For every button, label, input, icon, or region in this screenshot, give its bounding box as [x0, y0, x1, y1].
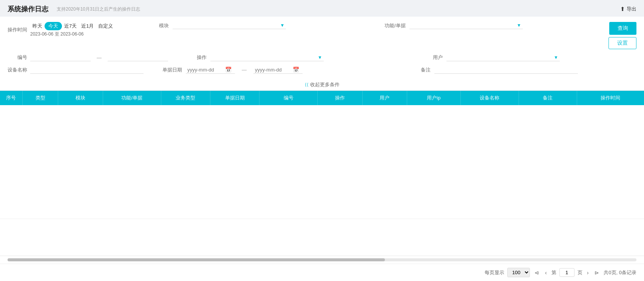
col-device: 设备名称	[460, 91, 519, 105]
filter-row-3: 设备名称 单据日期 📅 — 📅 备注	[0, 61, 644, 79]
table-header: 序号 类型 模块 功能/单据 业务类型 单据日期 编号 操作 用户 用户ip 设…	[0, 91, 644, 105]
code-label: 编号	[8, 54, 27, 61]
pagination-area: 每页显示 100 50 200 ⊲ ‹ 第 页 › ⊳ 共0页, 0条记录	[0, 264, 644, 281]
time-btn-yesterday[interactable]: 昨天	[30, 22, 45, 30]
per-page-select[interactable]: 100 50 200	[507, 268, 530, 277]
table-container: 序号 类型 模块 功能/单据 业务类型 单据日期 编号 操作 用户 用户ip 设…	[0, 91, 644, 256]
col-func: 功能/单据	[103, 91, 161, 105]
page-number-input[interactable]	[559, 268, 575, 277]
page-last-button[interactable]: ⊳	[593, 269, 601, 276]
remark-input[interactable]	[434, 66, 578, 74]
header-left: 系统操作日志 支持2020年10月31日之后产生的操作日志	[8, 5, 140, 14]
filter-row-2: 编号 — 操作 ▼ 用户 ▼	[0, 49, 644, 61]
page-header: 系统操作日志 支持2020年10月31日之后产生的操作日志 ⬆ 导出	[0, 0, 644, 17]
time-label: 操作时间	[8, 26, 27, 33]
operation-label: 操作	[187, 54, 207, 61]
calendar-to-icon[interactable]: 📅	[293, 67, 299, 73]
func-dropdown[interactable]: ▼	[409, 22, 523, 29]
user-filter: 用户 ▼	[423, 54, 636, 61]
query-button[interactable]: 查询	[609, 22, 636, 35]
operation-arrow-icon: ▼	[318, 55, 322, 60]
collapse-label: 收起更多条件	[310, 81, 340, 88]
scrollbar-track[interactable]	[8, 258, 636, 261]
date-label: 单据日期	[162, 67, 182, 73]
collapse-bar[interactable]: ⟨⟨ 收起更多条件	[0, 79, 644, 91]
col-doc-date: 单据日期	[210, 91, 259, 105]
date-from-wrap: 📅	[186, 66, 235, 74]
date-dash: —	[242, 67, 247, 73]
time-btn-1month[interactable]: 近1月	[79, 22, 96, 30]
operation-filter: 操作 ▼	[187, 54, 400, 61]
func-filter: 功能/单据 ▼	[385, 22, 597, 29]
operation-dropdown[interactable]: ▼	[210, 54, 324, 61]
code-input-from[interactable]	[30, 54, 91, 61]
page-title: 系统操作日志	[8, 5, 48, 14]
date-to-input[interactable]	[255, 67, 293, 73]
table-header-row: 序号 类型 模块 功能/单据 业务类型 单据日期 编号 操作 用户 用户ip 设…	[0, 91, 644, 105]
total-info: 共0页, 0条记录	[604, 269, 636, 276]
per-page-label: 每页显示	[485, 269, 504, 276]
settings-button[interactable]: 设置	[608, 37, 636, 49]
date-filter: 单据日期 📅 — 📅	[162, 66, 388, 74]
export-button[interactable]: ⬆ 导出	[620, 6, 636, 12]
scrollbar-thumb[interactable]	[8, 258, 385, 261]
calendar-from-icon[interactable]: 📅	[225, 67, 232, 73]
device-input[interactable]	[30, 66, 144, 74]
page-prefix-label: 第	[551, 269, 556, 276]
module-label: 模块	[149, 22, 169, 29]
module-dropdown[interactable]: ▼	[173, 22, 286, 29]
page-suffix-label: 页	[578, 269, 582, 276]
code-dash: —	[97, 55, 102, 61]
col-type: 类型	[22, 91, 58, 105]
scrollbar-area	[0, 256, 644, 264]
action-buttons: 查询 设置	[608, 22, 636, 49]
page-next-button[interactable]: ›	[585, 269, 590, 276]
time-btn-custom[interactable]: 自定义	[96, 22, 115, 30]
table-empty-cell	[0, 105, 644, 219]
device-label: 设备名称	[8, 67, 27, 73]
time-btn-7days[interactable]: 近7天	[62, 22, 79, 30]
table-empty-row	[0, 105, 644, 219]
time-filter: 昨天 今天 近7天 近1月 自定义	[30, 22, 115, 30]
collapse-icon: ⟨⟨	[305, 82, 309, 87]
page-prev-button[interactable]: ‹	[544, 269, 548, 276]
remark-filter: 备注	[411, 66, 637, 74]
module-filter: 模块 ▼	[149, 22, 362, 29]
filter-row-1: 操作时间 昨天 今天 近7天 近1月 自定义 2023-06-06 至 2023…	[0, 17, 644, 49]
time-range: 2023-06-06 至 2023-06-06	[30, 31, 115, 37]
page-first-button[interactable]: ⊲	[533, 269, 541, 276]
user-dropdown[interactable]: ▼	[446, 54, 560, 61]
col-user-ip: 用户ip	[407, 91, 460, 105]
export-icon: ⬆	[620, 6, 625, 12]
remark-label: 备注	[411, 67, 431, 73]
time-filter-item: 操作时间 昨天 今天 近7天 近1月 自定义 2023-06-06 至 2023…	[8, 22, 115, 37]
code-input-to[interactable]	[108, 54, 168, 61]
table-body	[0, 105, 644, 219]
user-arrow-icon: ▼	[554, 55, 558, 60]
data-table: 序号 类型 模块 功能/单据 业务类型 单据日期 编号 操作 用户 用户ip 设…	[0, 91, 644, 219]
col-user: 用户	[362, 91, 407, 105]
time-filter-wrapper: 昨天 今天 近7天 近1月 自定义 2023-06-06 至 2023-06-0…	[30, 22, 115, 37]
page-container: 系统操作日志 支持2020年10月31日之后产生的操作日志 ⬆ 导出 操作时间 …	[0, 0, 644, 281]
col-operation: 操作	[318, 91, 362, 105]
time-btn-today[interactable]: 今天	[45, 22, 62, 30]
module-arrow-icon: ▼	[280, 23, 285, 28]
filter-section: 操作时间 昨天 今天 近7天 近1月 自定义 2023-06-06 至 2023…	[0, 17, 644, 79]
code-filter: 编号 —	[8, 54, 168, 61]
col-seq: 序号	[0, 91, 22, 105]
col-code: 编号	[259, 91, 318, 105]
user-label: 用户	[423, 54, 443, 61]
date-from-input[interactable]	[187, 67, 225, 73]
col-module: 模块	[58, 91, 103, 105]
date-to-wrap: 📅	[253, 66, 303, 74]
export-label: 导出	[627, 6, 636, 12]
col-biz-type: 业务类型	[161, 91, 210, 105]
device-filter: 设备名称	[8, 66, 144, 74]
collapse-text: ⟨⟨ 收起更多条件	[305, 81, 340, 88]
col-op-time: 操作时间	[577, 91, 644, 105]
func-arrow-icon: ▼	[517, 23, 521, 28]
page-subtitle: 支持2020年10月31日之后产生的操作日志	[57, 6, 140, 12]
func-label: 功能/单据	[385, 22, 406, 29]
col-remark: 备注	[519, 91, 577, 105]
